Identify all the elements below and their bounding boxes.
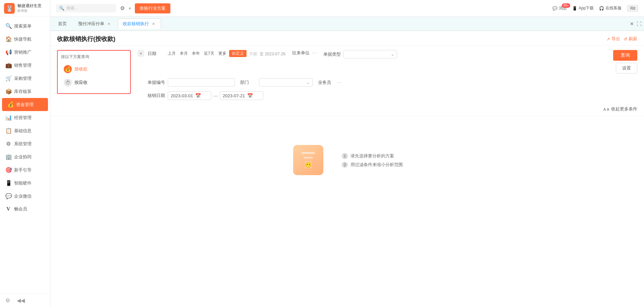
empty-hints: 1 请先选择要分析的方案 2 用过滤条件来缩小分析范围 [342,153,403,170]
search-menu-icon: 🔍 [5,23,11,29]
date-label: 日期 [148,51,164,57]
sidebar-item-vip[interactable]: V 畅会员 [0,203,50,215]
tab-prepay[interactable]: 预付冲应付单 ✕ [73,18,116,29]
sidebar-item-search-menu[interactable]: 🔍 搜索菜单 [0,19,50,33]
empty-hint-num-2: 2 [342,162,348,168]
sidebar-item-purchase-mgmt[interactable]: 🛒 采购管理 [0,72,50,85]
tab-prepay-close-icon[interactable]: ✕ [106,21,111,27]
collapse-more-row: ∧∧ 收起更多条件 [148,105,637,112]
user-name: Rit [630,6,635,11]
doc-type-select[interactable] [343,50,397,58]
doc-type-label: 单据类型 [323,51,341,57]
date-no-limit: 不限 至 2023-07-26 [249,51,285,57]
dept-select-wrap [259,78,313,87]
topbar-search-placeholder: 搜索... [66,5,78,11]
empty-hint-text-1: 请先选择要分析的方案 [351,153,394,159]
sidebar-item-quick-nav[interactable]: 🏠 快捷导航 [0,33,50,46]
empty-illustration: 😶 [291,143,328,180]
date-btn-7days[interactable]: 近7天 [203,50,216,57]
dept-field: 部门 [240,78,313,87]
collapse-sidebar-icon[interactable]: ◀◀ [17,297,25,304]
app-name: 畅捷通好生意 [17,3,42,9]
sidebar-item-fund-mgmt[interactable]: 💰 资金管理 [2,98,48,111]
topbar-right: 💬 消息 99+ 📱 App下载 🎧 在线客服 Rit [552,5,639,12]
salesman-label: 业务员 [318,80,334,86]
system-mgmt-icon: ⚙ [5,141,11,147]
purchase-mgmt-label: 采购管理 [14,75,32,82]
writeoff-date-to-input[interactable]: 2023-07-21 📅 [220,91,263,100]
refresh-button[interactable]: ↺ 刷新 [624,36,637,42]
sales-mgmt-icon: 💼 [5,62,11,68]
empty-state-inner: 😶 1 请先选择要分析的方案 2 用过滤条件来缩小分析范围 [291,143,403,180]
sidebar-item-basic-info[interactable]: 📋 基础信息 [0,124,50,137]
quick-nav-icon: 🏠 [5,36,11,42]
empty-hint-1: 1 请先选择要分析的方案 [342,153,403,159]
online-service-icon: 🎧 [599,6,604,11]
sidebar-item-marketing[interactable]: 📢 营销推广 [0,46,50,59]
marketing-label: 营销推广 [14,49,32,55]
tab-receipt-writeoff[interactable]: 收款核销执行 ✕ [118,18,161,29]
sidebar-item-inventory[interactable]: 📦 库存核算 [0,85,50,98]
sidebar-item-enterprise-collab[interactable]: 🏢 企业协同 [0,150,50,163]
filter-option-by-receivable[interactable]: ⏱ 按应收 [61,76,127,89]
dept-select[interactable] [259,78,313,87]
doc-number-field: 单据编号 [148,78,235,87]
writeoff-date-field: 核销日期 2023-03-01 📅 — 2023-07-21 📅 [148,91,263,100]
date-btn-last-month[interactable]: 上月 [166,50,177,57]
system-mgmt-label: 系统管理 [14,141,32,147]
export-button[interactable]: ↗ 导出 [606,36,620,42]
sidebar-item-enterprise-wechat[interactable]: 💬 企业微信 [0,190,50,203]
message-button[interactable]: 💬 消息 99+ [552,5,567,11]
quick-nav-label: 快捷导航 [14,36,32,42]
right-action-btns: 查询 设置 [613,50,637,73]
topbar-search-box[interactable]: 🔍 搜索... [56,4,116,12]
filter-fields-panel: 日期 上月 本月 本年 近7天 更多 自定义 不限 至 [148,50,637,112]
sidebar-item-smart-hw[interactable]: 📱 智能硬件 [0,176,50,190]
empty-box-face: 😶 [305,161,312,168]
salesman-select-more-icon[interactable]: ··· [337,80,341,86]
filter-collapse-button[interactable] [138,50,144,57]
app-download-button[interactable]: 📱 App下载 [572,5,594,11]
settings-button[interactable]: 设置 [616,63,637,73]
query-button[interactable]: 查询 [613,50,637,61]
tab-expand-icon[interactable]: ⛶ [637,21,641,27]
writeoff-date-to-calendar-icon[interactable]: 📅 [247,93,253,98]
basic-info-label: 基础信息 [14,128,32,134]
writeoff-date-to-value: 2023-07-21 [223,93,245,98]
writeoff-date-from-input[interactable]: 2023-03-01 📅 [168,91,211,100]
settings-icon[interactable]: ⚙ [5,297,10,304]
tab-receipt-writeoff-close-icon[interactable]: ✕ [151,21,156,27]
salesman-field: 业务员 ··· [318,80,341,86]
date-btn-this-month[interactable]: 本月 [178,50,189,57]
dept-label: 部门 [240,80,256,86]
by-receivable-icon: ⏱ [64,79,72,87]
user-menu[interactable]: Rit [627,5,639,12]
doc-number-input[interactable] [168,78,235,87]
smart-hw-icon: 📱 [5,180,11,186]
filter-row-2: 单据编号 部门 业务员 [148,78,637,87]
date-btn-more[interactable]: 更多 [217,50,228,57]
industry-solution-button[interactable]: 体验行业方案 [135,3,170,13]
sidebar-item-beginner-guide[interactable]: 🎯 新手引导 [0,163,50,176]
refresh-icon: ↺ [624,37,627,42]
collapse-more-button[interactable]: ∧∧ 收起更多条件 [603,106,637,112]
topbar-gear-icon[interactable]: ⚙ [120,5,125,11]
enterprise-wechat-icon: 💬 [5,193,11,199]
tabbar: 首页 预付冲应付单 ✕ 收款核销执行 ✕ ✕ ⛶ [50,17,644,31]
writeoff-date-range: 2023-03-01 📅 — 2023-07-21 📅 [168,91,263,100]
sidebar: 🐰 畅捷通好生意 标准版 🔍 搜索菜单 🏠 快捷导航 📢 营销推广 💼 销售管理… [0,0,50,307]
online-service-button[interactable]: 🎧 在线客服 [599,5,622,11]
tab-home[interactable]: 首页 [53,18,72,29]
partner-select-more-icon[interactable]: ··· [312,50,317,56]
empty-hint-num-1: 1 [342,153,348,159]
tab-close-all-icon[interactable]: ✕ [630,21,634,27]
filter-scheme-title: 按以下方案查询 [61,54,127,60]
filter-option-by-receipt[interactable]: 💰 按收款 [61,63,127,75]
sidebar-item-sales-mgmt[interactable]: 💼 销售管理 [0,59,50,72]
topbar-dropdown-icon[interactable]: ▾ [129,6,131,11]
date-btn-this-year[interactable]: 本年 [191,50,201,57]
writeoff-date-from-calendar-icon[interactable]: 📅 [195,93,201,98]
sidebar-item-biz-mgmt[interactable]: 📊 经营管理 [0,111,50,124]
date-btn-custom[interactable]: 自定义 [229,50,247,57]
sidebar-item-system-mgmt[interactable]: ⚙ 系统管理 [0,137,50,150]
